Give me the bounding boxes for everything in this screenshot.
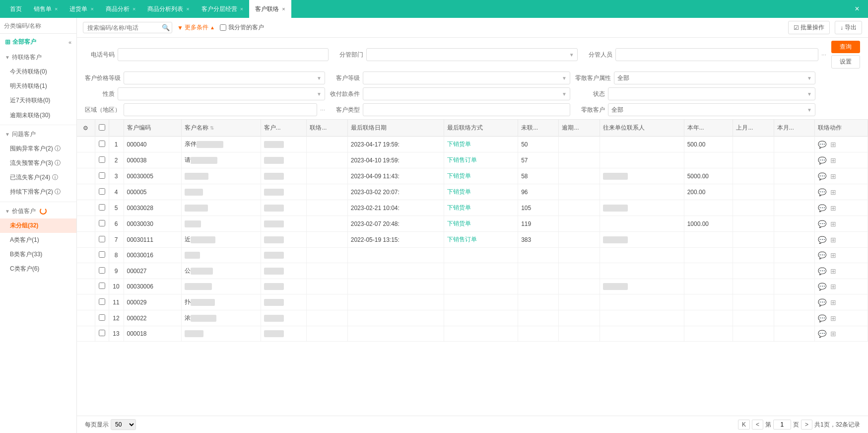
page-prev-button[interactable]: < — [752, 420, 763, 430]
row-last-type-link[interactable]: 下销货单 — [447, 204, 471, 211]
action-grid-icon[interactable]: ⊞ — [830, 188, 836, 196]
action-chat-icon[interactable]: 💬 — [818, 314, 826, 322]
th-unit-contact[interactable]: 往来单位联系人 — [600, 120, 684, 137]
export-button[interactable]: ↓ 导出 — [835, 21, 862, 34]
sidebar-item-today-pending[interactable]: 今天待联络(0) — [0, 65, 76, 79]
action-chat-icon[interactable]: 💬 — [818, 283, 826, 290]
close-product-list-icon[interactable]: × — [186, 6, 189, 12]
action-grid-icon[interactable]: ⊞ — [830, 204, 836, 212]
close-sales-icon[interactable]: × — [55, 6, 58, 12]
row-checkbox[interactable] — [99, 188, 105, 195]
row-last-type-link[interactable]: 下销售订单 — [447, 156, 477, 163]
sidebar-item-b-class[interactable]: B类客户(33) — [0, 247, 76, 262]
row-checkbox[interactable] — [99, 156, 105, 163]
customer-type-select[interactable] — [363, 103, 570, 116]
row-last-type-link[interactable]: 下销货单 — [447, 188, 471, 195]
nature-select[interactable]: ▼ — [118, 87, 325, 100]
nav-product-analysis[interactable]: 商品分析 × — [100, 0, 141, 18]
page-next-button[interactable]: > — [801, 420, 812, 430]
th-code[interactable]: 客户编码 — [124, 120, 181, 137]
th-overdue[interactable]: 逾期... — [559, 120, 600, 137]
sidebar-item-a-class[interactable]: A类客户(1) — [0, 233, 76, 247]
region-select[interactable] — [124, 103, 317, 116]
action-chat-icon[interactable]: 💬 — [818, 172, 826, 180]
th-contact[interactable]: 联络... — [307, 120, 347, 137]
sidebar-item-churn-warning[interactable]: 流失预警客户(3) ⓘ — [0, 156, 76, 170]
action-chat-icon[interactable]: 💬 — [818, 298, 826, 306]
row-checkbox[interactable] — [99, 283, 105, 289]
close-product-analysis-icon[interactable]: × — [133, 6, 135, 12]
filter-search-icon[interactable]: 🔍 — [162, 24, 170, 31]
sidebar-item-declining[interactable]: 持续下滑客户(2) ⓘ — [0, 185, 76, 199]
action-chat-icon[interactable]: 💬 — [818, 220, 826, 228]
action-chat-icon[interactable]: 💬 — [818, 236, 826, 244]
row-checkbox[interactable] — [99, 267, 105, 274]
filter-more-button[interactable]: ▼ 更多条件 ▲ — [177, 23, 215, 32]
th-last-month[interactable]: 上月... — [733, 120, 774, 137]
row-checkbox[interactable] — [99, 220, 105, 226]
customer-level-select[interactable]: ▼ — [363, 72, 570, 84]
th-last-type[interactable]: 最后联络方式 — [444, 120, 518, 137]
action-grid-icon[interactable]: ⊞ — [830, 156, 836, 164]
row-checkbox[interactable] — [99, 330, 105, 336]
manager-dots-icon[interactable]: ··· — [821, 51, 826, 58]
page-size-select[interactable]: 50 20 100 — [111, 419, 136, 430]
manager-select[interactable] — [615, 48, 818, 61]
sidebar-item-ungrouped[interactable]: 未分组(32) — [0, 218, 76, 233]
retail-attr-select[interactable]: 全部 ▼ — [614, 72, 815, 84]
price-level-select[interactable]: ▼ — [124, 72, 325, 84]
action-grid-icon[interactable]: ⊞ — [830, 141, 836, 148]
window-close-button[interactable]: × — [850, 2, 864, 16]
page-first-button[interactable]: K — [738, 420, 750, 430]
retail-customer-select[interactable]: 全部 ▼ — [608, 103, 815, 116]
row-checkbox[interactable] — [99, 251, 105, 258]
sidebar-item-tomorrow-pending[interactable]: 明天待联络(1) — [0, 79, 76, 93]
phone-input[interactable] — [118, 48, 329, 61]
select-all-checkbox[interactable] — [99, 124, 105, 131]
row-last-type-link[interactable]: 下销货单 — [447, 172, 471, 179]
close-purchase-icon[interactable]: × — [90, 6, 93, 12]
sidebar-collapse-icon[interactable]: « — [68, 39, 71, 45]
th-last-date[interactable]: 最后联络日期 — [347, 120, 444, 137]
action-grid-icon[interactable]: ⊞ — [830, 330, 836, 338]
row-checkbox[interactable] — [99, 172, 105, 179]
th-this-month[interactable]: 本月... — [774, 120, 814, 137]
row-checkbox[interactable] — [99, 236, 105, 242]
sidebar-group-problem[interactable]: ▼ 问题客户 — [0, 127, 76, 142]
row-checkbox[interactable] — [99, 204, 105, 211]
row-last-type-link[interactable]: 下销货单 — [447, 141, 471, 147]
action-grid-icon[interactable]: ⊞ — [830, 298, 836, 306]
action-grid-icon[interactable]: ⊞ — [830, 251, 836, 259]
row-checkbox[interactable] — [99, 141, 105, 147]
action-grid-icon[interactable]: ⊞ — [830, 220, 836, 228]
sidebar-item-c-class[interactable]: C类客户(6) — [0, 262, 76, 276]
th-name[interactable]: 客户名称 ⇅ — [181, 120, 261, 137]
action-chat-icon[interactable]: 💬 — [818, 251, 826, 259]
sidebar-group-pending[interactable]: ▼ 待联络客户 — [0, 50, 76, 65]
th-this-year[interactable]: 本年... — [684, 120, 733, 137]
row-checkbox[interactable] — [99, 298, 105, 305]
action-chat-icon[interactable]: 💬 — [818, 330, 826, 338]
sidebar-item-7day-pending[interactable]: 近7天待联络(0) — [0, 93, 76, 108]
nav-sales[interactable]: 销售单 × — [28, 0, 64, 18]
close-customer-contact-icon[interactable]: × — [282, 6, 285, 12]
action-grid-icon[interactable]: ⊞ — [830, 236, 836, 244]
dept-select[interactable]: ▼ — [366, 48, 577, 61]
row-last-type-link[interactable]: 下销货单 — [447, 220, 471, 227]
action-chat-icon[interactable]: 💬 — [818, 141, 826, 148]
action-grid-icon[interactable]: ⊞ — [830, 267, 836, 275]
nav-purchase[interactable]: 进货单 × — [64, 0, 99, 18]
row-last-type-link[interactable]: 下销售订单 — [447, 236, 477, 243]
action-chat-icon[interactable]: 💬 — [818, 204, 826, 212]
th-no-contact[interactable]: 未联... — [518, 120, 559, 137]
action-grid-icon[interactable]: ⊞ — [830, 314, 836, 322]
action-chat-icon[interactable]: 💬 — [818, 156, 826, 164]
action-chat-icon[interactable]: 💬 — [818, 267, 826, 275]
batch-operation-button[interactable]: ☑ 批量操作 — [788, 21, 830, 34]
page-number-input[interactable] — [773, 420, 791, 430]
nav-home[interactable]: 首页 — [4, 0, 28, 18]
payment-select[interactable]: ▼ — [363, 87, 570, 100]
nav-customer-contact[interactable]: 客户联络 × — [249, 0, 291, 18]
all-customers-header[interactable]: ⊞ 全部客户 « — [0, 34, 76, 50]
action-grid-icon[interactable]: ⊞ — [830, 172, 836, 180]
